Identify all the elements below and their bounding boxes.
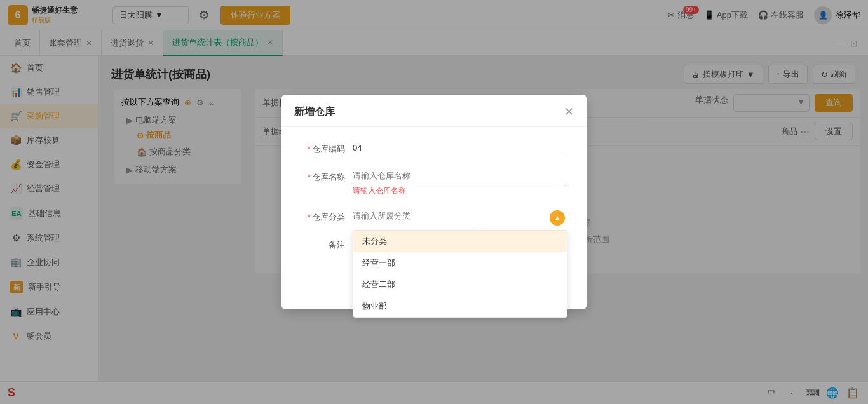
category-dropdown-wrap: ▲ 未分类 经营一部 经营二部 物业部 xyxy=(353,208,567,224)
category-label: 仓库分类 xyxy=(301,208,345,223)
name-field-col: 请输入仓库名称 xyxy=(353,168,567,196)
category-dropdown-list: 未分类 经营一部 经营二部 物业部 xyxy=(353,230,567,318)
modal-overlay: 新增仓库 ✕ 仓库编码 仓库名称 请输入仓库名称 仓库分类 xyxy=(0,0,868,404)
dialog-title: 新增仓库 xyxy=(294,105,335,119)
dialog-body: 仓库编码 仓库名称 请输入仓库名称 仓库分类 ▲ 未分类 xyxy=(281,127,587,276)
code-label: 仓库编码 xyxy=(301,140,345,155)
warehouse-category-input[interactable] xyxy=(353,208,480,224)
dropdown-item-uncategorized[interactable]: 未分类 xyxy=(353,231,567,252)
warehouse-code-input[interactable] xyxy=(353,140,567,156)
dropdown-item-ops1[interactable]: 经营一部 xyxy=(353,252,567,274)
warehouse-code-row: 仓库编码 xyxy=(301,140,567,156)
remark-label: 备注 xyxy=(301,236,345,251)
warehouse-name-input[interactable] xyxy=(353,168,567,184)
dialog-header: 新增仓库 ✕ xyxy=(281,95,587,127)
dropdown-item-property[interactable]: 物业部 xyxy=(353,295,567,317)
dropdown-toggle-button[interactable]: ▲ xyxy=(550,210,565,226)
name-error-msg: 请输入仓库名称 xyxy=(353,185,567,196)
name-label: 仓库名称 xyxy=(301,168,345,183)
dropdown-item-ops2[interactable]: 经营二部 xyxy=(353,274,567,295)
new-warehouse-dialog: 新增仓库 ✕ 仓库编码 仓库名称 请输入仓库名称 仓库分类 xyxy=(281,95,587,309)
warehouse-category-row: 仓库分类 ▲ 未分类 经营一部 经营二部 物业部 xyxy=(301,208,567,224)
warehouse-name-row: 仓库名称 请输入仓库名称 xyxy=(301,168,567,196)
dialog-close-button[interactable]: ✕ xyxy=(564,105,574,119)
